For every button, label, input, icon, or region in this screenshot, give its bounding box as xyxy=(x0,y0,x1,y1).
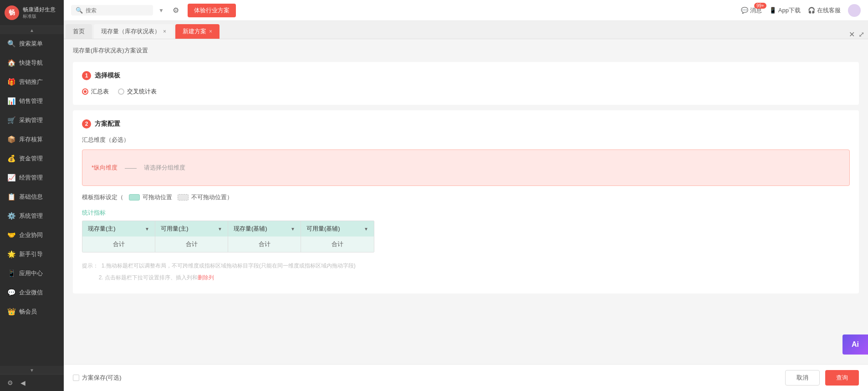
operation-icon: 📈 xyxy=(7,174,15,182)
topbar-right: 💬 消息 99+ 📱 App下载 🎧 在线客服 xyxy=(741,4,861,17)
tab-expand-icon[interactable]: ⤢ xyxy=(858,30,864,39)
notification-btn[interactable]: 💬 消息 99+ xyxy=(741,6,762,15)
cancel-button[interactable]: 取消 xyxy=(785,370,820,386)
col1-chevron[interactable]: ▼ xyxy=(145,226,149,232)
col4-chevron[interactable]: ▼ xyxy=(364,226,368,232)
save-checkbox[interactable] xyxy=(73,375,79,381)
quick-nav-icon: 🏠 xyxy=(7,59,15,67)
sidebar-item-search-menu[interactable]: 🔍 搜索菜单 xyxy=(0,34,64,53)
audio-icon[interactable]: ◀ xyxy=(20,379,26,386)
step1-card: 1 选择模板 汇总表 交叉统计表 xyxy=(73,62,859,105)
tab-new-plan[interactable]: 新建方案 × xyxy=(175,24,220,39)
logo-sub: 标准版 xyxy=(23,13,56,20)
col4-label: 可用量(基辅) xyxy=(306,225,340,233)
non-draggable-indicator: 不可拖动位置） xyxy=(178,193,233,201)
sidebar-item-cooperation[interactable]: 🤝 企业协同 xyxy=(0,226,64,245)
ai-fab-button[interactable]: Ai xyxy=(842,334,868,355)
headphone-icon: 🎧 xyxy=(808,7,815,14)
dimension-box[interactable]: *纵向维度 —— 请选择分组维度 xyxy=(82,149,850,186)
content-area: 现存量(库存状况表)方案设置 1 选择模板 汇总表 交叉统计表 2 xyxy=(64,39,868,364)
stats-header-row: 现存量(主) ▼ 可用量(主) ▼ 现存量(基辅) ▼ 可用量(基辅) xyxy=(82,221,374,237)
notification-badge: 99+ xyxy=(754,3,766,9)
stats-header-col3[interactable]: 现存量(基辅) ▼ xyxy=(228,221,301,237)
radio-summary[interactable]: 汇总表 xyxy=(82,87,109,96)
industry-btn[interactable]: 体验行业方案 xyxy=(188,4,236,17)
col2-chevron[interactable]: ▼ xyxy=(218,226,222,232)
sidebar-item-sales[interactable]: 📊 销售管理 xyxy=(0,92,64,111)
col1-label: 现存量(主) xyxy=(88,225,116,233)
save-option[interactable]: 方案保存(可选) xyxy=(73,374,122,382)
app-download-label: App下载 xyxy=(778,6,801,15)
customer-service-btn[interactable]: 🎧 在线客服 xyxy=(808,6,841,15)
vip-icon: 👑 xyxy=(7,308,15,316)
stats-header-col4[interactable]: 可用量(基辅) ▼ xyxy=(301,221,374,237)
sidebar-item-system[interactable]: ⚙️ 系统管理 xyxy=(0,206,64,226)
stats-data-col3: 合计 xyxy=(228,237,301,252)
settings-icon[interactable]: ⚙ xyxy=(7,379,13,386)
stats-data-col2: 合计 xyxy=(155,237,228,252)
tab-home[interactable]: 首页 xyxy=(66,24,92,39)
sidebar-item-newcomer[interactable]: 🌟 新手引导 xyxy=(0,245,64,264)
sidebar-item-vip[interactable]: 👑 畅会员 xyxy=(0,302,64,321)
stats-title: 统计指标 xyxy=(82,209,850,217)
tab-inventory-status[interactable]: 现存量（库存状况表） × xyxy=(94,24,174,39)
sidebar-item-marketing[interactable]: 🎁 营销推广 xyxy=(0,72,64,92)
sidebar-item-basic-info[interactable]: 📋 基础信息 xyxy=(0,187,64,206)
search-input[interactable] xyxy=(86,7,140,14)
sidebar-item-app-center[interactable]: 📱 应用中心 xyxy=(0,264,64,283)
col3-label: 现存量(基辅) xyxy=(234,225,267,233)
tips-section: 提示： 1.拖动标题栏可以调整布局，不可跨维度或指标区域拖动标目字段(只能在同一… xyxy=(82,261,850,283)
tab-close-inventory[interactable]: × xyxy=(163,28,166,35)
purchase-icon: 🛒 xyxy=(7,116,15,124)
sidebar-item-label: 营销推广 xyxy=(19,78,43,86)
sidebar-item-label: 采购管理 xyxy=(19,116,43,124)
sidebar-item-label: 企业微信 xyxy=(19,288,43,297)
draggable-box xyxy=(129,194,140,201)
cooperation-icon: 🤝 xyxy=(7,231,15,239)
stats-data-col4: 合计 xyxy=(301,237,374,252)
sidebar-scroll-up[interactable]: ▲ xyxy=(0,26,64,34)
stats-header-col1[interactable]: 现存量(主) ▼ xyxy=(82,221,155,237)
sidebar-item-purchase[interactable]: 🛒 采购管理 xyxy=(0,111,64,130)
radio-label-summary: 汇总表 xyxy=(91,87,109,96)
avatar[interactable] xyxy=(848,4,861,17)
template-indicator: 模板指标设定（ 可拖动位置 不可拖动位置） xyxy=(82,193,850,201)
gear-icon[interactable]: ⚙ xyxy=(169,4,182,17)
sidebar-scroll-down[interactable]: ▼ xyxy=(0,366,64,374)
search-icon: 🔍 xyxy=(76,7,83,14)
col3-chevron[interactable]: ▼ xyxy=(291,226,295,232)
stats-header-col2[interactable]: 可用量(主) ▼ xyxy=(155,221,228,237)
query-button[interactable]: 查询 xyxy=(825,370,859,386)
step1-num: 1 xyxy=(82,71,91,80)
radio-dot-cross xyxy=(118,88,124,95)
basic-info-icon: 📋 xyxy=(7,193,15,201)
dimension-placeholder: 请选择分组维度 xyxy=(144,164,185,172)
main-area: 🔍 ▼ ⚙ 体验行业方案 💬 消息 99+ 📱 App下载 🎧 在线客服 xyxy=(64,0,868,391)
stats-data-row: 合计 合计 合计 合计 xyxy=(82,237,374,252)
sidebar-item-operation[interactable]: 📈 经营管理 xyxy=(0,168,64,187)
radio-cross[interactable]: 交叉统计表 xyxy=(118,87,157,96)
system-icon: ⚙️ xyxy=(7,212,15,220)
dropdown-icon[interactable]: ▼ xyxy=(158,7,164,14)
sidebar-item-inventory[interactable]: 📦 库存核算 xyxy=(0,130,64,149)
sidebar-item-label: 搜索菜单 xyxy=(19,40,43,48)
tabs-right: ✕ ⤢ xyxy=(849,30,868,39)
sidebar-item-label: 库存核算 xyxy=(19,135,43,144)
sidebar-item-wechat[interactable]: 💬 企业微信 xyxy=(0,283,64,302)
app-download-icon: 📱 xyxy=(769,7,776,14)
tab-close-new-plan[interactable]: × xyxy=(209,28,212,35)
save-label: 方案保存(可选) xyxy=(82,374,122,382)
sidebar-item-label: 企业协同 xyxy=(19,231,43,239)
customer-service-label: 在线客服 xyxy=(817,6,841,15)
sidebar-item-quick-nav[interactable]: 🏠 快捷导航 xyxy=(0,53,64,72)
tab-label: 现存量（库存状况表） xyxy=(101,27,160,36)
search-box[interactable]: 🔍 xyxy=(71,5,153,15)
tab-close-icon[interactable]: ✕ xyxy=(849,30,855,39)
dimension-dash: —— xyxy=(125,165,137,171)
app-download-btn[interactable]: 📱 App下载 xyxy=(769,6,801,15)
sidebar-item-finance[interactable]: 💰 资金管理 xyxy=(0,149,64,168)
step2-card: 2 方案配置 汇总维度（必选） *纵向维度 —— 请选择分组维度 模板指标设定（… xyxy=(73,110,859,293)
radio-label-cross: 交叉统计表 xyxy=(127,87,157,96)
non-draggable-box xyxy=(178,194,189,201)
sidebar-item-label: 基础信息 xyxy=(19,193,43,201)
